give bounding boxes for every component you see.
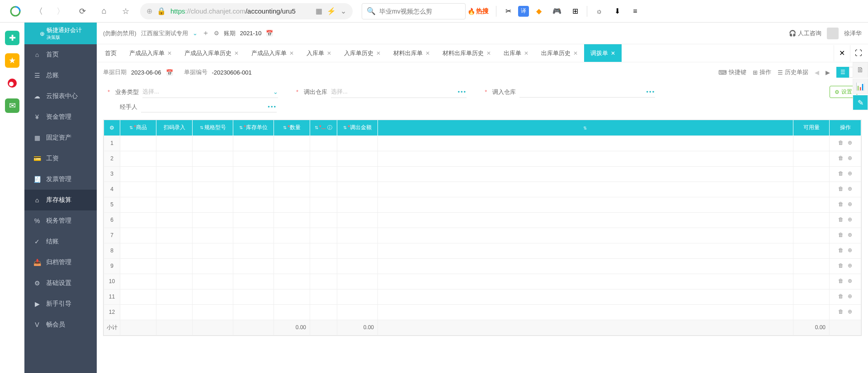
- close-icon[interactable]: ✕: [234, 50, 239, 56]
- copy-icon[interactable]: ⊕: [846, 247, 854, 254]
- sidebar-item-asset[interactable]: ▦固定资产: [24, 127, 97, 148]
- avatar[interactable]: [827, 28, 839, 39]
- sidebar-item-archive[interactable]: 📥归档管理: [24, 252, 97, 273]
- col-product[interactable]: ⇅*商品: [120, 120, 156, 135]
- tab-入库单[interactable]: 入库单✕: [300, 44, 338, 62]
- tab-产成品入库单[interactable]: 产成品入库单✕: [123, 44, 178, 62]
- tab-调拨单[interactable]: 调拨单✕: [584, 44, 622, 62]
- calendar-icon[interactable]: 📅: [266, 30, 273, 37]
- copy-icon[interactable]: ⊕: [846, 170, 854, 177]
- reload-button[interactable]: ⟳: [72, 1, 92, 21]
- table-row[interactable]: 5🗑⊕: [104, 197, 861, 212]
- sidebar-item-salary[interactable]: 💳工资: [24, 148, 97, 169]
- expand-tabs[interactable]: ⛶: [850, 45, 866, 61]
- tab-出库单历史[interactable]: 出库单历史✕: [535, 44, 584, 62]
- url-bar[interactable]: ⊕ 🔒 https://cloud.chanjet.com/accounting…: [140, 3, 353, 19]
- sidebar-item-tax[interactable]: %税务管理: [24, 210, 97, 231]
- sidebar-item-ledger[interactable]: ☰总账: [24, 65, 97, 86]
- out-warehouse-select[interactable]: 选择...•••: [331, 86, 467, 98]
- close-all-tabs[interactable]: ✕: [834, 45, 850, 61]
- table-row[interactable]: 10🗑⊕: [104, 274, 861, 289]
- delete-icon[interactable]: 🗑: [837, 186, 844, 193]
- close-icon[interactable]: ✕: [289, 50, 294, 56]
- delete-icon[interactable]: 🗑: [837, 155, 844, 162]
- col-spec[interactable]: ⇅规格型号: [193, 120, 233, 135]
- close-icon[interactable]: ✕: [376, 50, 381, 56]
- delete-icon[interactable]: 🗑: [837, 232, 844, 239]
- close-icon[interactable]: ✕: [425, 50, 430, 56]
- delete-icon[interactable]: 🗑: [837, 308, 844, 316]
- table-row[interactable]: 7🗑⊕: [104, 228, 861, 243]
- sidebar-item-cloud[interactable]: ☁云报表中心: [24, 86, 97, 107]
- table-row[interactable]: 6🗑⊕: [104, 212, 861, 228]
- table-row[interactable]: 3🗑⊕: [104, 166, 861, 182]
- tab-材料出库单[interactable]: 材料出库单✕: [387, 44, 436, 62]
- col-gear[interactable]: ⚙: [104, 120, 120, 135]
- flash-icon[interactable]: ⚡: [327, 7, 336, 15]
- table-row[interactable]: 4🗑⊕: [104, 182, 861, 197]
- rail-mail[interactable]: ✉: [5, 98, 19, 113]
- sidebar-item-guide[interactable]: ▶新手引导: [24, 294, 97, 314]
- tab-产成品入库单[interactable]: 产成品入库单✕: [245, 44, 300, 62]
- copy-icon[interactable]: ⊕: [846, 293, 854, 300]
- company-dropdown[interactable]: ⌄: [193, 30, 198, 37]
- table-row[interactable]: 8🗑⊕: [104, 243, 861, 258]
- copy-icon[interactable]: ⊕: [846, 201, 854, 208]
- rail-favorites[interactable]: ★: [5, 53, 19, 68]
- rail-weibo[interactable]: [5, 76, 19, 90]
- apps-icon[interactable]: ⊞: [567, 3, 583, 19]
- shortcut-link[interactable]: ⌨快捷键: [718, 68, 746, 76]
- delete-icon[interactable]: 🗑: [837, 293, 844, 300]
- sidebar-item-home[interactable]: ⌂首页: [24, 44, 97, 65]
- delete-icon[interactable]: 🗑: [837, 278, 844, 285]
- col-scan[interactable]: 扫码录入: [156, 120, 193, 135]
- scissors-icon[interactable]: ✂: [500, 3, 516, 19]
- history-link[interactable]: ☰历史单据: [778, 68, 808, 76]
- forward-button[interactable]: 〉: [51, 1, 71, 21]
- delete-icon[interactable]: 🗑: [837, 247, 844, 254]
- sidebar-item-vip[interactable]: V畅会员: [24, 314, 97, 335]
- col-qty[interactable]: ⇅*数量: [274, 120, 310, 135]
- view-list[interactable]: ☰: [836, 67, 849, 78]
- table-row[interactable]: 9🗑⊕: [104, 258, 861, 274]
- qr-icon[interactable]: ▦: [316, 7, 322, 15]
- sidebar-item-invoice[interactable]: 🧾发票管理: [24, 169, 97, 190]
- prev-doc[interactable]: ◀: [815, 69, 819, 76]
- col-amount[interactable]: ⇅*调出金额: [337, 120, 378, 135]
- theme-icon[interactable]: ☼: [591, 3, 607, 19]
- sidebar-item-inventory[interactable]: ⌂库存核算: [24, 190, 97, 210]
- favorite-button[interactable]: ☆: [116, 1, 136, 21]
- close-icon[interactable]: ✕: [573, 50, 578, 56]
- copy-icon[interactable]: ⊕: [846, 216, 854, 224]
- search-input[interactable]: [379, 8, 461, 15]
- back-button[interactable]: 〈: [29, 1, 49, 21]
- table-row[interactable]: 12🗑⊕: [104, 304, 861, 320]
- rail-note-icon[interactable]: 🗎: [853, 62, 868, 78]
- copy-icon[interactable]: ⊕: [846, 155, 854, 162]
- table-row[interactable]: 1🗑⊕: [104, 135, 861, 151]
- menu-icon[interactable]: ≡: [627, 3, 643, 19]
- rail-chart-icon[interactable]: 📊: [853, 79, 868, 94]
- handler-select[interactable]: •••: [141, 102, 277, 112]
- close-icon[interactable]: ✕: [611, 50, 615, 56]
- operate-link[interactable]: ⊞操作: [753, 68, 771, 76]
- copy-icon[interactable]: ⊕: [846, 308, 854, 316]
- copy-icon[interactable]: ⊕: [846, 232, 854, 239]
- close-icon[interactable]: ✕: [327, 50, 331, 56]
- delete-icon[interactable]: 🗑: [837, 216, 844, 224]
- delete-icon[interactable]: 🗑: [837, 262, 844, 270]
- table-row[interactable]: 2🗑⊕: [104, 151, 861, 166]
- wallet-icon[interactable]: ◆: [531, 3, 547, 19]
- rail-app-1[interactable]: ✚: [5, 31, 19, 45]
- game-icon[interactable]: 🎮: [549, 3, 565, 19]
- copy-icon[interactable]: ⊕: [846, 140, 854, 147]
- biz-type-select[interactable]: 选择...⌄: [142, 86, 278, 98]
- copy-icon[interactable]: ⊕: [846, 278, 854, 285]
- sidebar-item-money[interactable]: ¥资金管理: [24, 107, 97, 127]
- calendar-icon[interactable]: 📅: [166, 69, 173, 76]
- copy-icon[interactable]: ⊕: [846, 262, 854, 270]
- delete-icon[interactable]: 🗑: [837, 201, 844, 208]
- tab-入库单历史[interactable]: 入库单历史✕: [338, 44, 387, 62]
- sidebar-item-close[interactable]: ✓结账: [24, 231, 97, 252]
- support-link[interactable]: 🎧人工咨询: [789, 29, 821, 37]
